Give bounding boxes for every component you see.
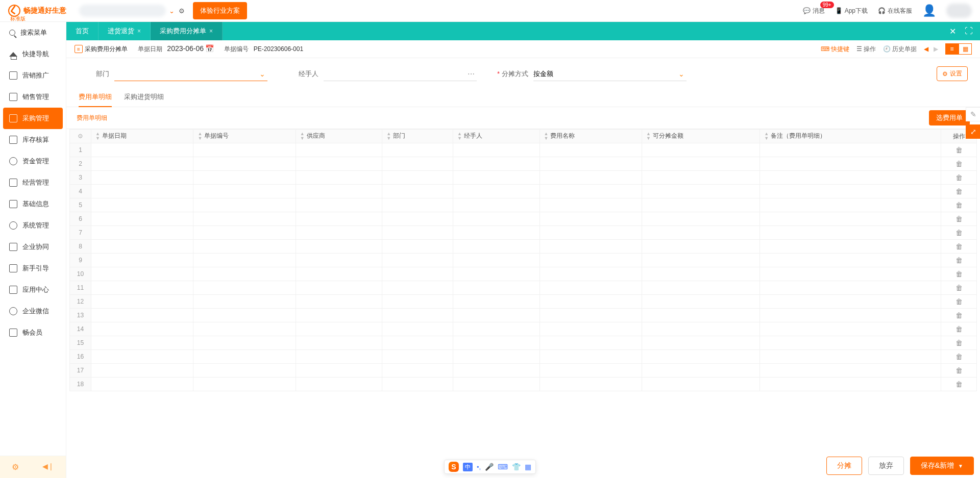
cell[interactable]: [642, 212, 760, 226]
delete-row-icon[interactable]: 🗑: [941, 240, 977, 254]
prev-record-icon[interactable]: ◀: [924, 45, 928, 53]
cell[interactable]: [453, 378, 540, 391]
method-input[interactable]: [533, 67, 687, 81]
col-remark[interactable]: ▲▼备注（费用单明细）: [760, 130, 941, 143]
sidebar-item-5[interactable]: 库存核算: [0, 129, 66, 150]
cell[interactable]: [296, 212, 382, 226]
cell[interactable]: [642, 267, 760, 281]
cell[interactable]: [91, 143, 193, 157]
sidebar-item-8[interactable]: 基础信息: [0, 193, 66, 215]
cell[interactable]: [540, 350, 642, 364]
sort-icon[interactable]: ▲▼: [198, 132, 202, 141]
cell[interactable]: [91, 185, 193, 198]
ime-mode[interactable]: 中: [463, 463, 473, 471]
cell[interactable]: [91, 240, 193, 254]
cell[interactable]: [642, 378, 760, 391]
cell[interactable]: [193, 240, 296, 254]
cell[interactable]: [91, 378, 193, 391]
cell[interactable]: [642, 336, 760, 350]
cell[interactable]: [91, 364, 193, 378]
cell[interactable]: [760, 171, 941, 185]
table-row[interactable]: 15🗑: [70, 336, 977, 350]
delete-row-icon[interactable]: 🗑: [941, 157, 977, 171]
cell[interactable]: [382, 212, 453, 226]
tab-1[interactable]: 进货退货×: [99, 22, 151, 40]
cell[interactable]: [760, 350, 941, 364]
user-name-blurred[interactable]: [946, 4, 972, 18]
table-row[interactable]: 3🗑: [70, 171, 977, 185]
cell[interactable]: [193, 185, 296, 198]
cell[interactable]: [760, 336, 941, 350]
cell[interactable]: [760, 212, 941, 226]
cell[interactable]: [91, 267, 193, 281]
cell[interactable]: [642, 309, 760, 322]
cell[interactable]: [453, 185, 540, 198]
more-icon[interactable]: ⋯: [468, 70, 475, 78]
cell[interactable]: [760, 185, 941, 198]
sidebar-item-13[interactable]: 企业微信: [0, 300, 66, 322]
col-feename[interactable]: ▲▼费用名称: [540, 130, 642, 143]
cell[interactable]: [382, 157, 453, 171]
cell[interactable]: [193, 226, 296, 240]
calendar-icon[interactable]: 📅: [205, 44, 214, 53]
skin-icon[interactable]: 👕: [512, 463, 521, 471]
cell[interactable]: [193, 254, 296, 267]
cell[interactable]: [91, 198, 193, 212]
cell[interactable]: [91, 350, 193, 364]
shortcut-link[interactable]: ⌨快捷键: [821, 45, 849, 54]
cell[interactable]: [540, 295, 642, 309]
cell[interactable]: [453, 212, 540, 226]
cell[interactable]: [760, 157, 941, 171]
delete-row-icon[interactable]: 🗑: [941, 198, 977, 212]
sort-icon[interactable]: ▲▼: [544, 132, 549, 141]
cell[interactable]: [642, 198, 760, 212]
cell[interactable]: [193, 198, 296, 212]
cell[interactable]: [193, 281, 296, 295]
cell[interactable]: [760, 364, 941, 378]
sidebar-item-0[interactable]: 搜索菜单: [0, 22, 66, 43]
settings-button[interactable]: ⚙ 设置: [937, 66, 968, 81]
history-link[interactable]: 🕘历史单据: [883, 45, 917, 54]
delete-row-icon[interactable]: 🗑: [941, 143, 977, 157]
delete-row-icon[interactable]: 🗑: [941, 267, 977, 281]
cell[interactable]: [453, 267, 540, 281]
cell[interactable]: [760, 198, 941, 212]
cell[interactable]: [540, 364, 642, 378]
sidebar-item-3[interactable]: 销售管理: [0, 86, 66, 108]
col-vendor[interactable]: ▲▼供应商: [296, 130, 382, 143]
table-row[interactable]: 4🗑: [70, 185, 977, 198]
gear-icon[interactable]: ⚙: [78, 133, 83, 140]
cell[interactable]: [540, 185, 642, 198]
cell[interactable]: [91, 254, 193, 267]
cell[interactable]: [642, 364, 760, 378]
cell[interactable]: [642, 185, 760, 198]
cell[interactable]: [91, 309, 193, 322]
cell[interactable]: [453, 143, 540, 157]
cell[interactable]: [642, 254, 760, 267]
cell[interactable]: [296, 240, 382, 254]
cell[interactable]: [382, 350, 453, 364]
cell[interactable]: [453, 295, 540, 309]
table-row[interactable]: 7🗑: [70, 226, 977, 240]
sidebar-item-12[interactable]: 应用中心: [0, 279, 66, 300]
allocate-button[interactable]: 分摊: [826, 457, 862, 475]
cell[interactable]: [382, 240, 453, 254]
cell[interactable]: [91, 322, 193, 336]
close-icon[interactable]: ×: [209, 28, 213, 35]
cell[interactable]: [540, 336, 642, 350]
gear-icon[interactable]: ⚙: [179, 7, 185, 15]
sort-icon[interactable]: ▲▼: [300, 132, 305, 141]
table-row[interactable]: 2🗑: [70, 157, 977, 171]
col-code[interactable]: ▲▼单据编号: [193, 130, 296, 143]
delete-row-icon[interactable]: 🗑: [941, 226, 977, 240]
cell[interactable]: [296, 281, 382, 295]
collapse-icon[interactable]: ◀❘: [42, 462, 54, 472]
delete-row-icon[interactable]: 🗑: [941, 212, 977, 226]
select-fee-bill-button[interactable]: 选费用单: [929, 110, 970, 125]
cell[interactable]: [760, 281, 941, 295]
date-value[interactable]: 2023-06-06: [167, 44, 204, 53]
col-dept[interactable]: ▲▼部门: [382, 130, 453, 143]
cell[interactable]: [382, 295, 453, 309]
microphone-icon[interactable]: 🎤: [485, 463, 494, 471]
cell[interactable]: [642, 295, 760, 309]
